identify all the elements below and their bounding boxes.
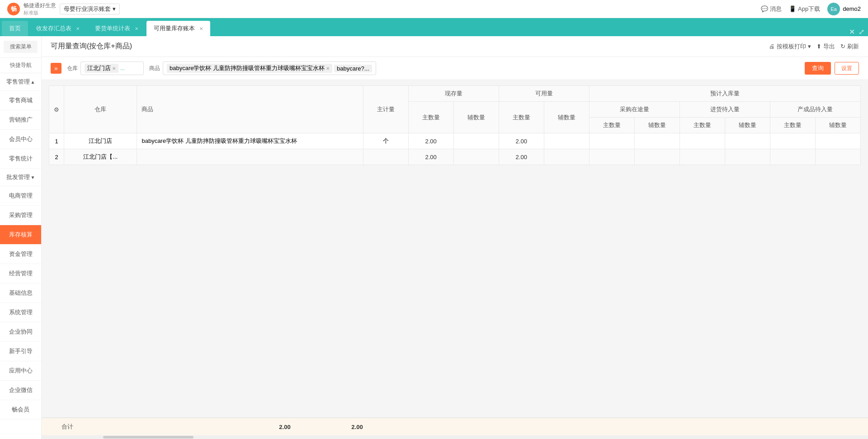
warehouse-tag-remove[interactable]: ✕ [112,66,116,71]
sidebar-item-member2[interactable]: 畅会员 [0,400,41,420]
tab-available-stock-close[interactable]: ✕ [199,26,203,31]
page-header: 可用量查询(按仓库+商品) 🖨 按模板打印 ▾ ⬆ 导出 ↻ 刷新 [42,36,868,57]
query-btn[interactable]: 查询 [805,62,831,75]
industry-selector[interactable]: 母婴行业演示账套 ▾ [60,4,120,14]
available-aux-header: 辅数量 [544,102,589,133]
nav-tabs-actions: ✕ ⤢ [849,28,868,36]
product-filter: 商品 babycare学饮杯 儿童防摔防撞吸管杯重力球吸嘴杯宝宝水杯 ✕ bab… [149,61,376,75]
row1-available-main: 2.00 [499,133,544,149]
footer-current-main: 2.00 [267,424,303,430]
product-input[interactable]: babycare学饮杯 儿童防摔防撞吸管杯重力球吸嘴杯宝宝水杯 ✕ babyca… [163,61,376,75]
table-row-subtotal: 2 江北门店【... 2.00 2.00 [49,149,861,165]
sidebar-item-finance[interactable]: 资金管理 [0,245,41,264]
tab-order-stats[interactable]: 要货单统计表 ✕ [88,21,146,36]
sidebar-item-app-center[interactable]: 应用中心 [0,361,41,381]
row2-current-main: 2.00 [408,149,453,165]
settings-col[interactable]: ⚙ [49,86,64,133]
sidebar-item-ecommerce[interactable]: 电商管理 [0,186,41,206]
row2-product [137,149,363,165]
footer-label: 合计 [49,423,86,431]
tab-receipts[interactable]: 收发存汇总表 ✕ [29,21,87,36]
sidebar-item-new-guide[interactable]: 新手引导 [0,342,41,361]
sidebar-item-marketing[interactable]: 营销推广 [0,110,41,130]
production-pending-header: 产成品待入量 [770,102,860,118]
tab-available-stock[interactable]: 可用量库存账本 ✕ [146,21,210,36]
row2-incoming-main [679,149,725,165]
row1-warehouse: 江北门店 [64,133,137,149]
row1-incoming-main [679,133,725,149]
user-area[interactable]: Ea demo2 [827,3,861,15]
row2-production-main [770,149,815,165]
sidebar-item-business[interactable]: 经营管理 [0,264,41,283]
current-aux-header: 辅数量 [453,102,499,133]
print-btn[interactable]: 🖨 按模板打印 ▾ [769,42,811,51]
row1-production-main [770,133,815,149]
purchase-transit-header: 采购在途量 [589,102,679,118]
row2-available-aux [544,149,589,165]
sidebar-item-retail-stats[interactable]: 零售统计 [0,149,41,169]
row2-seq: 2 [49,149,64,165]
sidebar-item-wechat[interactable]: 企业微信 [0,381,41,400]
product-tag2: babycare?... [334,65,372,72]
page-title: 可用量查询(按仓库+商品) [51,42,132,51]
app-info: 畅捷通好生意 标准版 [24,2,56,16]
row2-warehouse: 江北门店【... [64,149,137,165]
sidebar-item-system[interactable]: 系统管理 [0,303,41,322]
row1-main-unit: 个 [363,133,408,149]
tab-home[interactable]: 首页 [2,21,28,36]
row1-incoming-aux [725,133,770,149]
sidebar-item-retail-mgmt[interactable]: 零售管理 ▲ [0,73,41,91]
sidebar-item-member[interactable]: 会员中心 [0,130,41,149]
tab-order-stats-close[interactable]: ✕ [135,26,138,31]
sidebar-item-basic-info[interactable]: 基础信息 [0,283,41,303]
search-menu-btn[interactable]: 搜索菜单 [4,41,38,53]
top-bar-right: 💬 消息 📱 App下载 Ea demo2 [761,3,861,15]
warehouse-more[interactable]: ... [120,65,125,71]
sidebar-item-enterprise[interactable]: 企业协同 [0,322,41,342]
row1-seq: 1 [49,133,64,149]
nav-close-btn[interactable]: ✕ [849,28,855,36]
app-download-btn[interactable]: 📱 App下载 [789,5,820,13]
table-header-row1: ⚙ 仓库 商品 主计量 现存量 可用量 预计入库量 [49,86,861,102]
row1-current-aux [453,133,499,149]
data-table: ⚙ 仓库 商品 主计量 现存量 可用量 预计入库量 主数量 辅数量 主数量 辅数… [49,85,861,165]
quick-nav-btn[interactable]: 快捷导航 [0,58,41,73]
row2-available-main: 2.00 [499,149,544,165]
filter-toggle-btn[interactable]: » [51,63,61,74]
warehouse-filter: 仓库 江北门店 ✕ ... [67,61,144,75]
refresh-btn[interactable]: ↻ 刷新 [840,42,859,51]
purchase-main-header: 主数量 [589,118,634,133]
production-aux-header: 辅数量 [815,118,860,133]
row2-purchase-aux [634,149,679,165]
top-bar: 畅 畅捷通好生意 标准版 母婴行业演示账套 ▾ 💬 消息 📱 App下载 Ea … [0,0,868,18]
incoming-aux-header: 辅数量 [725,118,770,133]
message-btn[interactable]: 💬 消息 [761,5,782,13]
nav-tabs: 首页 收发存汇总表 ✕ 要货单统计表 ✕ 可用量库存账本 ✕ ✕ ⤢ [0,18,868,36]
table-footer: 合计 2.00 2.00 [42,417,868,435]
product-tag1-remove[interactable]: ✕ [326,66,330,71]
warehouse-label: 仓库 [67,65,78,72]
row2-purchase-main [589,149,634,165]
table-row: 1 江北门店 babycare学饮杯 儿童防摔防撞吸管杯重力球吸嘴杯宝宝水杯 个… [49,133,861,149]
current-stock-col-header: 现存量 [408,86,499,102]
main-layout: 搜索菜单 快捷导航 零售管理 ▲ 零售商城 营销推广 会员中心 零售统计 批发管… [0,36,868,439]
app-subtitle: 标准版 [24,9,56,16]
tab-receipts-close[interactable]: ✕ [76,26,80,31]
sidebar-item-wholesale-mgmt[interactable]: 批发管理 ▼ [0,169,41,186]
sidebar-item-purchase[interactable]: 采购管理 [0,206,41,225]
warehouse-input[interactable]: 江北门店 ✕ ... [80,61,144,75]
warehouse-col-header: 仓库 [64,86,137,133]
sidebar-item-retail-mall[interactable]: 零售商城 [0,91,41,110]
purchase-aux-header: 辅数量 [634,118,679,133]
export-btn[interactable]: ⬆ 导出 [816,42,835,51]
footer-available-main: 2.00 [339,424,375,430]
nav-expand-btn[interactable]: ⤢ [859,28,864,36]
scrollbar-thumb[interactable] [103,436,193,439]
sidebar: 搜索菜单 快捷导航 零售管理 ▲ 零售商城 营销推广 会员中心 零售统计 批发管… [0,36,42,439]
setting-btn[interactable]: 设置 [835,62,859,75]
row2-production-aux [815,149,860,165]
row1-product: babycare学饮杯 儿童防摔防撞吸管杯重力球吸嘴杯宝宝水杯 [137,133,363,149]
app-title: 畅捷通好生意 [24,2,56,9]
row2-current-aux [453,149,499,165]
sidebar-item-inventory[interactable]: 库存核算 [0,225,41,245]
